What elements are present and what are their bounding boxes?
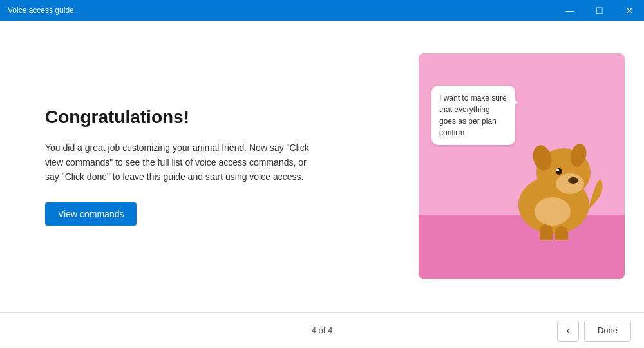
svg-point-10: [535, 197, 571, 226]
back-button[interactable]: ‹: [557, 320, 579, 342]
svg-point-5: [556, 169, 559, 171]
svg-rect-9: [555, 226, 568, 240]
description-text: You did a great job customizing your ani…: [45, 140, 316, 184]
page-title: Congratulations!: [45, 107, 374, 128]
dog-illustration: [502, 111, 605, 240]
done-button[interactable]: Done: [584, 320, 631, 342]
page-indicator: 4 of 4: [312, 325, 333, 335]
close-button[interactable]: ✕: [614, 0, 644, 21]
svg-rect-8: [540, 224, 553, 240]
minimize-button[interactable]: —: [555, 0, 585, 21]
speech-bubble-text: I want to make sure that everything goes…: [439, 93, 507, 137]
title-bar-controls: — ☐ ✕: [555, 0, 644, 21]
right-panel: I want to make sure that everything goes…: [412, 21, 644, 312]
svg-point-2: [556, 173, 584, 194]
footer: 4 of 4 ‹ Done: [0, 312, 644, 348]
svg-point-3: [568, 177, 578, 184]
title-bar: Voice access guide — ☐ ✕: [0, 0, 644, 21]
svg-point-4: [556, 168, 562, 175]
left-panel: Congratulations! You did a great job cus…: [0, 21, 412, 312]
maximize-button[interactable]: ☐: [585, 0, 614, 21]
main-content: Congratulations! You did a great job cus…: [0, 21, 644, 312]
view-commands-button[interactable]: View commands: [45, 202, 137, 226]
illustration-box: I want to make sure that everything goes…: [419, 53, 625, 279]
footer-right-controls: ‹ Done: [557, 320, 631, 342]
title-bar-title: Voice access guide: [8, 6, 74, 15]
